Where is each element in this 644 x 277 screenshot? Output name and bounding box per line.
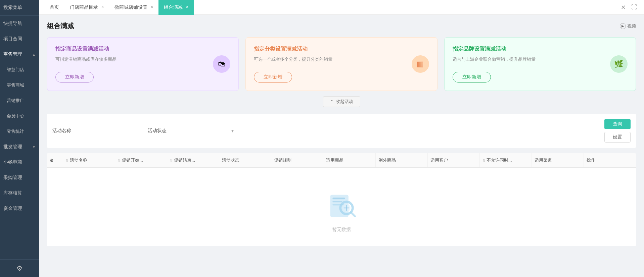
close-window-icon[interactable]: ✕	[619, 2, 627, 12]
sidebar-item-smart-store[interactable]: 智慧门店	[0, 62, 39, 77]
promo-card-brand-btn[interactable]: 立即新增	[453, 72, 491, 82]
sidebar-item-project-contract[interactable]: 项目合同	[0, 31, 39, 47]
promo-card-category-title: 指定分类设置满减活动	[254, 46, 429, 53]
th-promo-end[interactable]: ⇅ 促销结束...	[167, 153, 219, 167]
main-area: 首页 门店商品目录 × 微商城店铺设置 × 组合满减 × ✕ ⛶ 组合满减 ▶ …	[39, 0, 644, 277]
sidebar-search[interactable]: 搜索菜单	[0, 0, 39, 16]
th-applicable-customer: 适用客户	[428, 153, 480, 167]
promo-card-category-desc: 可选一个或者多个分类，提升分类的销量	[254, 56, 376, 63]
tab-close-combo-discount[interactable]: ×	[186, 0, 188, 14]
tab-combo-discount[interactable]: 组合满减 ×	[158, 0, 194, 15]
promo-card-brand-title: 指定品牌设置满减活动	[453, 46, 628, 53]
activity-status-select[interactable]: ▾	[169, 127, 236, 135]
svg-rect-1	[332, 198, 345, 199]
th-activity-status: 活动状态	[219, 153, 271, 167]
page-header: 组合满减 ▶ 视频	[47, 21, 636, 31]
sidebar-item-marketing[interactable]: 营销推广	[0, 93, 39, 108]
sidebar-item-retail-mall[interactable]: 零售商城	[0, 77, 39, 93]
th-promo-rule: 促销规则	[271, 153, 323, 167]
page-title: 组合满减	[47, 21, 74, 31]
sidebar-item-quick-nav[interactable]: 快捷导航	[0, 16, 39, 31]
th-exception-product: 例外商品	[376, 153, 428, 167]
filter-activity-status-label: 活动状态	[148, 128, 167, 134]
empty-state: 暂无数据	[47, 168, 636, 246]
filter-activity-name: 活动名称	[52, 127, 141, 135]
chevron-down-icon: ▼	[32, 145, 36, 149]
collapse-button[interactable]: ⌃ 收起活动	[323, 96, 360, 107]
sidebar-item-retail-mgmt[interactable]: 零售管理 ▲	[0, 47, 39, 62]
tab-close-store-catalog[interactable]: ×	[101, 0, 104, 14]
sort-icon: ⇅	[170, 159, 173, 162]
th-not-allow-concurrent[interactable]: ⇅ 不允许同时...	[480, 153, 532, 167]
filter-actions: 查询 设置	[604, 119, 631, 143]
tab-wechat-store-settings[interactable]: 微商城店铺设置 ×	[109, 0, 158, 15]
settings-icon[interactable]: ⚙	[16, 264, 22, 272]
th-promo-start[interactable]: ⇅ 促销开始...	[115, 153, 167, 167]
tab-bar: 首页 门店商品目录 × 微商城店铺设置 × 组合满减 × ✕ ⛶	[39, 0, 644, 15]
empty-state-icon	[325, 188, 358, 221]
th-activity-name[interactable]: ⇅ 活动名称	[63, 153, 115, 167]
content-area: 组合满减 ▶ 视频 指定商品设置满减活动 可指定滞销商品或库存较多商品 🛍 立即…	[39, 15, 644, 277]
th-applicable-product: 适用商品	[323, 153, 375, 167]
empty-state-text: 暂无数据	[332, 227, 351, 233]
settings-icon: ⚙	[50, 158, 54, 163]
chevron-down-icon: ▾	[231, 128, 234, 133]
promo-card-brand-desc: 适合与上游企业联合做营销，提升品牌销量	[453, 56, 575, 63]
chevron-up-icon: ▲	[32, 53, 36, 56]
collapse-bar: ⌃ 收起活动	[47, 96, 636, 107]
tab-home[interactable]: 首页	[44, 0, 64, 15]
svg-rect-2	[332, 201, 342, 202]
filter-row: 活动名称 活动状态 ▾ 查询 设置	[47, 114, 636, 148]
sidebar-item-inventory[interactable]: 库存核算	[0, 185, 39, 201]
tab-store-catalog[interactable]: 门店商品目录 ×	[64, 0, 109, 15]
sort-icon: ⇅	[118, 159, 121, 162]
sidebar-item-purchase-mgmt[interactable]: 采购管理	[0, 170, 39, 185]
promo-card-brand-icon: 🌿	[610, 55, 628, 73]
tab-bar-actions: ✕ ⛶	[619, 2, 639, 12]
query-button[interactable]: 查询	[604, 119, 631, 129]
th-operation: 操作	[584, 153, 636, 167]
tab-close-wechat-store[interactable]: ×	[151, 0, 153, 14]
play-icon: ▶	[620, 23, 626, 29]
promo-card-category: 指定分类设置满减活动 可选一个或者多个分类，提升分类的销量 ▦ 立即新增	[245, 37, 437, 91]
promo-card-category-icon: ▦	[412, 55, 429, 73]
th-applicable-channel: 适用渠道	[532, 153, 584, 167]
filter-activity-name-label: 活动名称	[52, 128, 71, 134]
sidebar-item-wholesale-mgmt[interactable]: 批发管理 ▼	[0, 139, 39, 155]
activity-name-input[interactable]	[74, 127, 141, 135]
sort-icon: ⇅	[66, 159, 68, 162]
sort-icon: ⇅	[482, 159, 485, 162]
sidebar-item-member-center[interactable]: 会员中心	[0, 108, 39, 124]
promo-card-brand: 指定品牌设置满减活动 适合与上游企业联合做营销，提升品牌销量 🌿 立即新增	[444, 37, 636, 91]
chevron-up-icon: ⌃	[330, 99, 334, 104]
promo-card-product-title: 指定商品设置满减活动	[55, 46, 230, 53]
sidebar: 搜索菜单 快捷导航 项目合同 零售管理 ▲ 智慧门店 零售商城 营销推广 会员中…	[0, 0, 39, 277]
promo-card-product-icon: 🛍	[213, 55, 230, 73]
th-settings[interactable]: ⚙	[47, 153, 63, 167]
promo-card-product: 指定商品设置满减活动 可指定滞销商品或库存较多商品 🛍 立即新增	[47, 37, 239, 91]
sidebar-item-finance[interactable]: 资金管理	[0, 201, 39, 216]
video-link[interactable]: ▶ 视频	[620, 23, 636, 29]
expand-icon[interactable]: ⛶	[630, 2, 639, 12]
sidebar-item-retail-stats[interactable]: 零售统计	[0, 124, 39, 139]
table-header: ⚙ ⇅ 活动名称 ⇅ 促销开始... ⇅ 促销结束... 活动状态	[47, 153, 636, 168]
promo-card-product-desc: 可指定滞销商品或库存较多商品	[55, 56, 178, 63]
sidebar-item-xiaochang-ecom[interactable]: 小畅电商	[0, 155, 39, 170]
filter-activity-status: 活动状态 ▾	[148, 127, 236, 135]
promo-card-category-btn[interactable]: 立即新增	[254, 72, 292, 82]
sidebar-bottom: ⚙	[0, 259, 39, 277]
settings-button[interactable]: 设置	[604, 132, 631, 143]
promo-cards-row: 指定商品设置满减活动 可指定滞销商品或库存较多商品 🛍 立即新增 指定分类设置满…	[47, 37, 636, 91]
svg-line-6	[351, 212, 355, 216]
promo-card-product-btn[interactable]: 立即新增	[55, 72, 94, 82]
data-table: ⚙ ⇅ 活动名称 ⇅ 促销开始... ⇅ 促销结束... 活动状态	[47, 153, 636, 246]
